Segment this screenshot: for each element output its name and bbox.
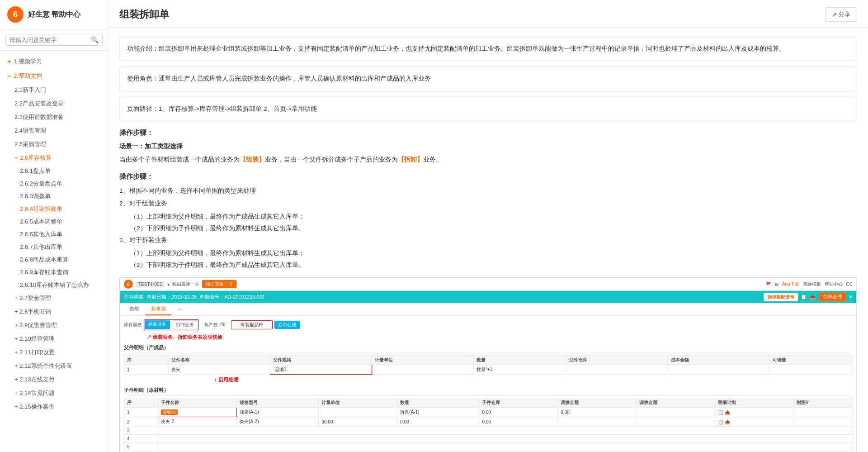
sidebar-item-help-doc[interactable]: − 2.帮助文档	[0, 69, 108, 83]
app-top-icons: 🚩 ⊞ App下载 初级模板 帮助中心 CC	[766, 281, 853, 287]
sidebar-item-print[interactable]: + 2.11打印设置	[0, 346, 108, 359]
cell-child-unit2: 30.00	[319, 417, 397, 427]
cell-empty4	[158, 435, 853, 443]
plus-icon: +	[7, 58, 11, 65]
child-table: 序 子件名称 规格型号 计量单位 数量 子件仓库 调拨金额 调拨金额 明细计划	[124, 398, 853, 452]
col-warehouse: 父件仓库	[566, 356, 668, 365]
col-parent-spec: 父件规格	[270, 356, 372, 365]
select-plan-btn[interactable]: 选择装配清单	[764, 293, 798, 301]
org-select-input[interactable]: 有装配品种	[231, 320, 273, 329]
sidebar-item-purchase[interactable]: 2.5采购管理	[0, 138, 108, 151]
app-teal-header: 库存调整 单据日期：2019-12-26 单据编号：AD-20191226-00…	[120, 291, 856, 303]
sidebar-item-other-in[interactable]: 2.6.6其他入库单	[0, 228, 108, 241]
app-topbar: 6 TEST-H002 ▾ 顾固置换一方 顾固置换一方 🚩 ⊞ App下载 初级…	[120, 278, 856, 291]
col-parent-name: 父件名称	[168, 356, 270, 365]
col-qty: 数量	[473, 356, 566, 365]
cell-child-spec2: 炎夹(A-2)	[237, 417, 319, 427]
app-dropdown: ▾	[167, 282, 170, 287]
page-title: 组装拆卸单	[119, 8, 169, 21]
cell-seq3: 3	[124, 427, 158, 435]
sidebar-item-video[interactable]: + 1.视频学习	[0, 54, 108, 69]
col-warehouse2: 子件仓库	[479, 398, 558, 408]
apply-btn[interactable]: 立即处理	[274, 321, 300, 329]
sidebar-nav: + 1.视频学习 − 2.帮助文档 2.1新手入门 2.2产品安装及登录 2.3…	[0, 51, 108, 452]
table-row: 2 炎夹 2 炎夹(A-2) 30.00 0.00 0.00 📋 📤	[124, 417, 853, 427]
type-buttons-group: 组装业务 拆卸业务	[144, 319, 199, 330]
search-box[interactable]: 🔍	[5, 34, 103, 46]
cell-child-img2	[793, 417, 852, 427]
step2-sub1: （1）上部明细为父件明细，最终作为产成品生成其它入库单；	[119, 211, 857, 222]
col-cost: 成本金额	[668, 356, 770, 365]
table-row: 1 炎夹 品项1 数量*+1	[124, 365, 853, 375]
col-child-name: 子件名称	[158, 398, 237, 408]
app-icon-app-download: App下载	[782, 281, 799, 287]
parent-section-title: 父件明细（产成品）	[124, 343, 853, 353]
app-nav-tab-more[interactable]: ...	[172, 303, 187, 315]
col-unit2: 计量单位	[319, 398, 397, 408]
search-icon[interactable]: 🔍	[91, 36, 99, 43]
btn-assemble[interactable]: 组装业务	[145, 320, 170, 329]
path-block: 页面路径：1、库存核算->库存管理->组装拆卸单 2、首页->常用功能	[119, 97, 857, 121]
sidebar-item-stock-error[interactable]: 2.6.10库存账本错了怎么办	[0, 279, 108, 291]
sidebar-item-coupon[interactable]: + 2.9优惠券管理	[0, 319, 108, 332]
table-row: 5	[124, 443, 853, 451]
sidebar-item-assemble[interactable]: 2.6.4组装拆卸单	[0, 203, 108, 215]
cell-spec: 品项1	[270, 365, 372, 375]
sidebar-item-inventory[interactable]: − 2.6库存核算	[0, 151, 108, 165]
app-screenshot-container: 6 TEST-H002 ▾ 顾固置换一方 顾固置换一方 🚩 ⊞ App下载 初级…	[119, 277, 857, 452]
app-dropdown-label: 顾固置换一方	[172, 281, 199, 287]
scenario-one-desc: 当由多个子件材料组装成一个成品的业务为【组装】业务，当由一个父件拆分成多个子产品…	[119, 154, 857, 165]
search-input[interactable]	[9, 37, 89, 43]
app-nav-tab-new[interactable]: 新单据	[146, 303, 171, 315]
app-icon-template: 初级模板	[803, 281, 821, 287]
sidebar-item-install[interactable]: 2.2产品安装及登录	[0, 97, 108, 110]
annotation-text-2: ↑ 启用处理	[214, 376, 853, 383]
cell-child-img	[793, 408, 852, 417]
sidebar-item-online-pay[interactable]: + 2.13在线支付	[0, 373, 108, 386]
role-block: 使用角色：通常由生产人员或库管人员完成拆装业务的操作，库管人员确认原材料的出库和…	[119, 67, 857, 91]
sidebar-item-faq[interactable]: + 2.14常见问题	[0, 386, 108, 400]
cell-empty5	[158, 443, 853, 451]
sidebar-item-other-out[interactable]: 2.6.7其他出库单	[0, 241, 108, 253]
logo-text: 好生意 帮助中心	[28, 10, 80, 19]
teal-header-close[interactable]: ✕	[849, 294, 853, 300]
teal-header-right: 选择装配清单 📋 📤 立即处理 ✕	[764, 293, 853, 301]
sidebar-item-cost-adjust[interactable]: 2.6.5成本调整单	[0, 215, 108, 228]
cell-seq2: 1	[124, 408, 158, 417]
sidebar-item-data-prep[interactable]: 2.3使用前数据准备	[0, 110, 108, 124]
form-row-left: 库存调整 组装业务 拆卸业务 拆产数 2/6	[124, 319, 226, 330]
teal-header-icon1: 📋	[801, 294, 807, 300]
teal-header-icon2: 📤	[810, 294, 816, 300]
table-row: 4	[124, 435, 853, 443]
sidebar-item-finance[interactable]: + 2.7资金管理	[0, 291, 108, 305]
sidebar-item-cases[interactable]: + 2.15操作案例	[0, 400, 108, 414]
sidebar-item-cost-calc[interactable]: 2.6.8商品成本重算	[0, 253, 108, 266]
cell-child-spec: 规格(A-1)	[237, 408, 319, 417]
cell-child-name: 品项A1	[158, 408, 237, 417]
share-button[interactable]: ↗ 分享	[825, 7, 857, 22]
sidebar-item-adjust[interactable]: 2.6.3调拨单	[0, 190, 108, 203]
col-available: 可调量	[770, 356, 853, 365]
main-content-area: 组装拆卸单 ↗ 分享 功能介绍：组装拆卸单用来处理企业组装或拆卸等加工业务，支持…	[108, 0, 868, 452]
teal-header-title: 库存调整	[124, 294, 144, 300]
sidebar-item-stock-query[interactable]: 2.6.9库存账本查询	[0, 266, 108, 279]
app-nav-tab-natural[interactable]: 自然	[124, 303, 145, 315]
sidebar-item-sales[interactable]: 2.4销售管理	[0, 124, 108, 138]
table-row: 1 品项A1 规格(A-1) 拆炎(A-1) 0.00 0.00	[124, 408, 853, 417]
cell-name: 炎夹	[168, 365, 270, 375]
sidebar-item-mobile[interactable]: + 2.8手机旺铺	[0, 305, 108, 319]
sidebar-item-operation[interactable]: + 2.10经营管理	[0, 332, 108, 346]
btn-disassemble[interactable]: 拆卸业务	[172, 320, 198, 329]
sidebar-item-stock-distribute[interactable]: 2.6.2分量盘点单	[0, 177, 108, 190]
cell-seq: 1	[124, 365, 169, 375]
teal-header-billno: 单据编号：AD-20191226-001	[199, 294, 265, 300]
sidebar-item-customization[interactable]: + 2.12系统个性化设置	[0, 359, 108, 373]
app-test-badge: TEST-H002	[136, 281, 165, 287]
cell-child-warehouse2: 0.00	[479, 417, 558, 427]
app-logo-small: 6	[124, 280, 133, 289]
sidebar-item-newbie[interactable]: 2.1新手入门	[0, 83, 108, 97]
col-plan: 明细计划	[715, 398, 794, 408]
cell-child-plan: 📋 📤	[715, 408, 794, 417]
search-area: 🔍	[0, 29, 108, 51]
sidebar-item-stock-count[interactable]: 2.6.1盘点单	[0, 165, 108, 177]
